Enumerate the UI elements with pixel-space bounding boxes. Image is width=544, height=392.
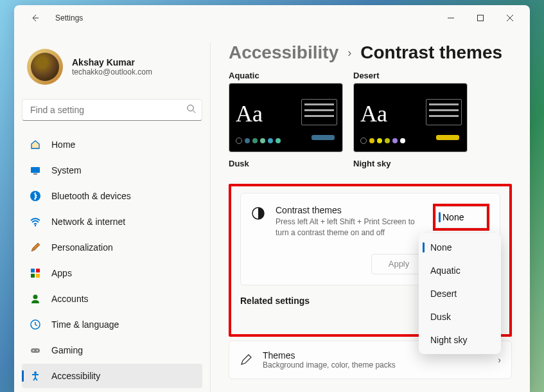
maximize-button[interactable]: [466, 8, 495, 28]
dropdown-selected-value: None: [443, 212, 464, 222]
pen-icon: [240, 353, 252, 366]
nav-label: Bluetooth & devices: [51, 191, 131, 201]
main-panel: Accessibility › Contrast themes Aquatic …: [211, 31, 530, 392]
dropdown-option-dusk[interactable]: Dusk: [421, 305, 498, 328]
nav-label: Network & internet: [51, 217, 125, 227]
breadcrumb: Accessibility › Contrast themes: [229, 42, 512, 63]
preview-window-icon: [426, 99, 462, 125]
svg-rect-8: [31, 274, 35, 278]
clock-globe-icon: [30, 319, 41, 330]
preview-palette-icon: [360, 138, 405, 144]
contrast-icon: [251, 206, 265, 220]
close-button[interactable]: [495, 8, 525, 28]
window-controls: [436, 8, 525, 28]
maximize-icon: [477, 15, 484, 21]
svg-rect-0: [478, 15, 484, 21]
system-icon: [30, 165, 41, 176]
wifi-icon: [30, 216, 41, 227]
person-icon: [30, 293, 41, 305]
preview-sample-text-icon: Aa: [360, 100, 387, 127]
back-button[interactable]: [24, 8, 45, 28]
minimize-icon: [448, 15, 454, 21]
svg-point-15: [34, 371, 37, 374]
nav-label: Time & language: [51, 319, 119, 330]
settings-window: Settings Akshay Kumar techakko@outlook.c…: [14, 5, 530, 392]
svg-point-10: [33, 295, 38, 299]
svg-point-13: [33, 350, 34, 352]
bluetooth-icon: [30, 190, 41, 202]
nav-apps[interactable]: Apps: [22, 261, 202, 285]
contrast-themes-card: Contrast themes Press left Alt + left Sh…: [240, 193, 500, 285]
accessibility-icon: [30, 370, 41, 382]
titlebar: Settings: [14, 5, 530, 31]
theme-previews-row: Aquatic Aa Desert Aa: [229, 71, 512, 152]
preview-palette-icon: [236, 138, 281, 144]
svg-rect-3: [33, 174, 37, 175]
svg-rect-9: [36, 274, 40, 278]
preview-sample-text-icon: Aa: [236, 100, 263, 127]
svg-rect-12: [31, 348, 40, 353]
preview-label-dusk: Dusk: [229, 159, 343, 168]
minimize-button[interactable]: [436, 8, 466, 28]
preview-tile-desert[interactable]: Aa: [353, 83, 468, 152]
search-box: [22, 99, 202, 121]
nav-label: Home: [51, 139, 75, 150]
nav-system[interactable]: System: [22, 158, 202, 183]
titlebar-left: Settings: [19, 8, 83, 28]
breadcrumb-parent[interactable]: Accessibility: [229, 42, 338, 63]
card-desc: Press left Alt + left Shift + Print Scre…: [276, 217, 430, 238]
gamepad-icon: [30, 344, 41, 356]
search-input[interactable]: [22, 99, 202, 121]
preview-label: Aquatic: [229, 71, 343, 80]
nav-time-language[interactable]: Time & language: [22, 312, 202, 337]
preview-button-icon: [311, 135, 335, 140]
dropdown-option-aquatic[interactable]: Aquatic: [421, 259, 498, 282]
avatar: [27, 49, 63, 85]
svg-point-5: [35, 225, 36, 226]
nav-label: Accounts: [51, 294, 89, 304]
window-title: Settings: [55, 13, 83, 22]
chevron-right-icon: ›: [498, 355, 501, 365]
theme-dropdown[interactable]: None: [435, 206, 487, 228]
close-icon: [507, 15, 513, 21]
preview-button-icon: [436, 135, 459, 140]
preview-bottom-labels: Dusk Night sky: [229, 159, 512, 168]
preview-label-night-sky: Night sky: [353, 159, 468, 168]
brush-icon: [30, 242, 41, 253]
profile-email: techakko@outlook.com: [72, 67, 152, 76]
chevron-right-icon: ›: [347, 46, 351, 60]
preview-col-aquatic: Aquatic Aa: [229, 71, 343, 152]
dropdown-option-none[interactable]: None: [421, 236, 498, 259]
search-icon: [186, 104, 196, 116]
svg-rect-7: [36, 269, 40, 272]
nav-accounts[interactable]: Accounts: [22, 287, 202, 311]
nav-bluetooth[interactable]: Bluetooth & devices: [22, 184, 202, 208]
nav-label: Personalization: [51, 242, 113, 253]
home-icon: [30, 139, 41, 150]
preview-window-icon: [301, 99, 337, 125]
profile-text: Akshay Kumar techakko@outlook.com: [72, 57, 152, 76]
dropdown-option-night-sky[interactable]: Night sky: [421, 328, 498, 352]
preview-label: Desert: [353, 71, 468, 80]
themes-desc: Background image, color, theme packs: [263, 361, 487, 370]
nav-home[interactable]: Home: [22, 132, 202, 157]
arrow-left-icon: [30, 13, 40, 23]
dropdown-menu: None Aquatic Desert Dusk Night sky: [419, 233, 501, 354]
profile-name: Akshay Kumar: [72, 57, 152, 67]
nav-label: Apps: [51, 268, 72, 278]
nav-network[interactable]: Network & internet: [22, 209, 202, 234]
dropdown-option-desert[interactable]: Desert: [421, 282, 498, 305]
preview-tile-aquatic[interactable]: Aa: [229, 83, 343, 152]
nav: Home System Bluetooth & devices Network …: [22, 132, 202, 388]
nav-personalization[interactable]: Personalization: [22, 235, 202, 260]
svg-rect-6: [31, 269, 35, 272]
profile-block[interactable]: Akshay Kumar techakko@outlook.com: [22, 39, 202, 99]
nav-accessibility[interactable]: Accessibility: [22, 364, 202, 388]
dropdown-highlight-annotation: None: [433, 204, 489, 231]
nav-gaming[interactable]: Gaming: [22, 338, 202, 362]
apps-icon: [30, 267, 41, 279]
nav-label: Accessibility: [51, 371, 100, 381]
highlight-annotation: Contrast themes Press left Alt + left Sh…: [229, 184, 512, 337]
nav-label: System: [51, 165, 82, 175]
nav-label: Gaming: [51, 345, 83, 355]
